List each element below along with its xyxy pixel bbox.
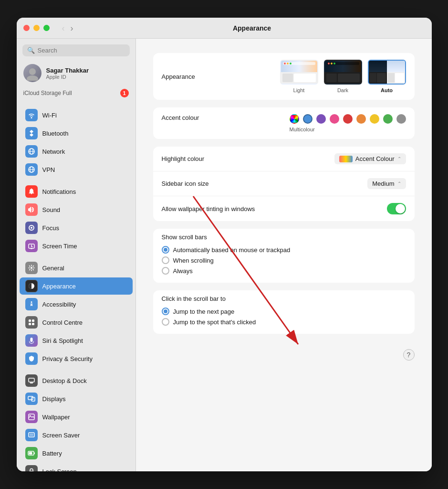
forward-button[interactable]: › (69, 23, 75, 33)
wallpaper-tinting-toggle[interactable] (387, 203, 406, 214)
svg-rect-19 (29, 378, 34, 382)
scroll-always-item[interactable]: Always (162, 266, 406, 276)
sidebar-item-displays[interactable]: Displays (20, 390, 133, 407)
sidebar-item-screentime[interactable]: Screen Time (20, 237, 133, 255)
sidebar-item-controlcenter[interactable]: Control Centre (20, 314, 133, 331)
accent-multicolor[interactable] (290, 114, 299, 124)
dark-mode-image (324, 60, 362, 85)
accent-colors-row (290, 114, 406, 124)
svg-rect-29 (29, 452, 32, 455)
battery-icon (25, 447, 38, 459)
show-scrollbars-group: Show scroll bars Automatically based on … (153, 229, 415, 283)
sidebar-item-wifi[interactable]: Wi-Fi (20, 106, 133, 124)
search-box[interactable]: 🔍 (22, 44, 130, 56)
minimize-button[interactable] (33, 25, 40, 31)
screensaver-label: Screen Saver (42, 432, 80, 439)
highlight-colour-label: Highlight colour (162, 155, 334, 162)
search-icon: 🔍 (27, 47, 35, 54)
sidebar-item-focus[interactable]: Focus (20, 219, 133, 236)
auto-mode-image (368, 60, 406, 85)
sidebar-item-sound[interactable]: Sound (20, 201, 133, 218)
sidebar-item-battery[interactable]: Battery (20, 445, 133, 462)
close-button[interactable] (23, 25, 30, 31)
icloud-label: iCloud Storage Full (23, 90, 72, 96)
settings-panel: Appearance (136, 39, 432, 471)
vpn-icon (25, 163, 38, 176)
light-mode-image (280, 60, 318, 85)
sidebar-item-notifications[interactable]: Notifications (20, 183, 133, 200)
svg-rect-21 (28, 396, 33, 400)
accent-purple[interactable] (316, 114, 326, 124)
svg-rect-16 (32, 319, 34, 322)
sidebar-icon-size-row: Sidebar icon size Medium ⌃ (153, 171, 415, 196)
auto-mode-thumb[interactable]: Auto (368, 60, 406, 93)
accent-green[interactable] (383, 114, 393, 124)
click-spot-radio[interactable] (162, 318, 169, 326)
auto-mode-label: Auto (381, 87, 393, 93)
appearance-mode-row: Appearance (153, 53, 415, 100)
scroll-always-radio[interactable] (162, 267, 169, 275)
click-next-page-label: Jump to the next page (173, 308, 235, 315)
accent-yellow[interactable] (370, 114, 379, 124)
dark-mode-label: Dark (337, 87, 348, 93)
scroll-when-item[interactable]: When scrolling (162, 255, 406, 266)
appearance-thumbnails: Light (280, 60, 406, 93)
sidebar-item-screensaver[interactable]: Screen Saver (20, 426, 133, 444)
size-selector[interactable]: Medium ⌃ (367, 178, 406, 189)
click-next-page-radio[interactable] (162, 308, 169, 315)
sidebar-item-desktop[interactable]: Desktop & Dock (20, 372, 133, 389)
general-label: General (42, 265, 64, 272)
sound-label: Sound (42, 206, 61, 213)
desktop-icon (25, 374, 38, 387)
highlight-gradient (339, 156, 353, 162)
size-value: Medium (372, 180, 394, 187)
scroll-auto-radio[interactable] (162, 246, 169, 254)
accent-graphite[interactable] (396, 114, 406, 124)
sidebar-item-vpn[interactable]: VPN (20, 161, 133, 178)
screentime-label: Screen Time (42, 243, 77, 250)
search-input[interactable] (38, 47, 125, 54)
sidebar-item-network[interactable]: Network (20, 143, 133, 160)
sidebar: 🔍 Sagar Thakkar Apple ID iCloud Storage … (17, 39, 136, 471)
maximize-button[interactable] (43, 25, 50, 31)
accent-blue[interactable] (303, 114, 313, 124)
wallpaper-icon (25, 411, 38, 423)
user-profile[interactable]: Sagar Thakkar Apple ID (17, 60, 135, 86)
sidebar-item-wallpaper[interactable]: Wallpaper (20, 408, 133, 425)
scroll-auto-item[interactable]: Automatically based on mouse or trackpad (162, 244, 406, 255)
icloud-row[interactable]: iCloud Storage Full 1 (17, 86, 135, 102)
click-next-page-item[interactable]: Jump to the next page (162, 306, 406, 317)
sidebar-item-lockscreen[interactable]: Lock Screen (20, 463, 133, 471)
multicolor-label: Multicolour (290, 127, 315, 132)
privacy-label: Privacy & Security (42, 355, 93, 362)
accent-pink[interactable] (330, 114, 339, 124)
sidebar-item-privacy[interactable]: Privacy & Security (20, 350, 133, 367)
sidebar-item-siri[interactable]: Siri & Spotlight (20, 332, 133, 349)
sidebar-item-bluetooth[interactable]: Bluetooth (20, 125, 133, 142)
highlight-selector[interactable]: Accent Colour ⌃ (334, 153, 406, 164)
scroll-when-radio[interactable] (162, 256, 169, 264)
icloud-badge: 1 (120, 89, 129, 97)
other-settings-section: Highlight colour Accent Colour ⌃ Sidebar… (153, 147, 415, 221)
sidebar-icon-size-control: Medium ⌃ (367, 178, 406, 189)
help-row: ? (153, 341, 415, 361)
dark-mode-thumb[interactable]: Dark (324, 60, 362, 93)
click-spot-item[interactable]: Jump to the spot that's clicked (162, 317, 406, 327)
size-chevron: ⌃ (397, 181, 401, 186)
sidebar-item-accessibility[interactable]: Accessibility (20, 296, 133, 313)
lockscreen-icon (25, 465, 38, 471)
svg-point-24 (29, 415, 30, 416)
help-button[interactable]: ? (403, 349, 415, 361)
focus-label: Focus (42, 224, 59, 232)
light-mode-thumb[interactable]: Light (280, 60, 318, 93)
back-button[interactable]: ‹ (60, 23, 67, 33)
sidebar-item-appearance[interactable]: Appearance (20, 277, 133, 295)
svg-point-1 (27, 75, 38, 81)
notifications-icon (25, 185, 38, 198)
accent-orange[interactable] (356, 114, 366, 124)
screensaver-icon (25, 429, 38, 441)
accent-red[interactable] (343, 114, 353, 124)
appearance-section: Appearance (153, 53, 415, 100)
sidebar-item-general[interactable]: General (20, 259, 133, 276)
svg-point-14 (31, 301, 32, 303)
